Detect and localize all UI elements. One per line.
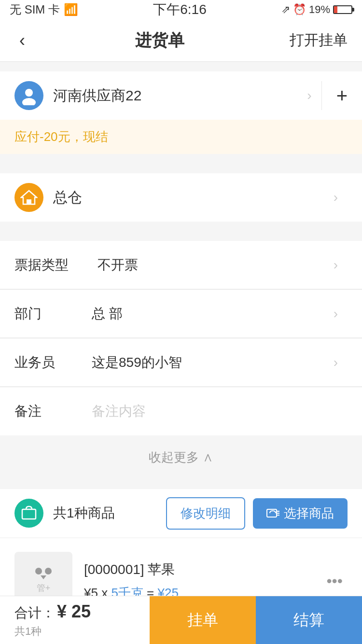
info-banner: 应付-20元，现结 (0, 120, 362, 154)
back-button[interactable]: ‹ (14, 26, 30, 56)
status-time: 下午6:16 (153, 0, 207, 19)
product-title: 苹果 (148, 562, 175, 577)
warehouse-icon (14, 183, 43, 212)
total-amount: ¥ 25 (57, 602, 91, 622)
remark-label: 备注 (14, 402, 63, 420)
owl-beak (41, 575, 46, 579)
open-hang-button[interactable]: 打开挂单 (290, 30, 348, 50)
logo-text: 管+ (37, 582, 51, 594)
product-name: [0000001] 苹果 (84, 560, 321, 579)
divider-2 (0, 222, 362, 231)
remark-placeholder[interactable]: 备注内容 (63, 402, 348, 420)
item-count: 共1种 (14, 624, 135, 639)
product-header: 共1种商品 修改明细 选择商品 (0, 489, 362, 537)
ticket-type-value: 不开票 (69, 256, 334, 274)
product-info: [0000001] 苹果 ¥5 x 5千克 = ¥25 (84, 560, 321, 602)
svg-point-0 (25, 89, 33, 97)
ticket-type-chevron-icon: › (334, 257, 338, 273)
cart-icon (20, 504, 38, 522)
status-carrier: 无 SIM 卡 📶 (10, 2, 78, 17)
salesman-label: 业务员 (14, 353, 63, 372)
department-label: 部门 (14, 305, 63, 323)
svg-rect-3 (27, 199, 31, 204)
warehouse-name: 总仓 (53, 188, 334, 208)
supplier-section[interactable]: 河南供应商22 › + (0, 71, 362, 120)
supplier-divider (321, 81, 322, 110)
footer-total: 合计： ¥ 25 共1种 (0, 596, 150, 644)
collapse-button[interactable]: 收起更多 ∧ (0, 435, 362, 479)
department-value: 总 部 (63, 305, 334, 323)
salesman-row[interactable]: 业务员 这是859的小智 › (0, 338, 362, 387)
supplier-name: 河南供应商22 (53, 86, 307, 106)
alarm-icon: ⏰ (293, 3, 306, 16)
location-icon: ⇗ (281, 3, 290, 16)
supplier-avatar (14, 81, 43, 110)
product-count-label: 共1种商品 (53, 504, 166, 522)
settle-button[interactable]: 结算 (256, 596, 362, 644)
product-id: [0000001] (84, 562, 144, 577)
department-row[interactable]: 部门 总 部 › (0, 290, 362, 338)
top-divider (0, 62, 362, 71)
ticket-type-row[interactable]: 票据类型 不开票 › (0, 241, 362, 289)
product-more-button[interactable]: ••• (321, 567, 348, 595)
add-supplier-button[interactable]: + (336, 85, 348, 107)
user-icon (19, 86, 39, 105)
battery-fill (334, 6, 337, 13)
department-chevron-icon: › (334, 306, 338, 322)
edit-detail-button[interactable]: 修改明细 (166, 497, 245, 530)
salesman-chevron-icon: › (334, 355, 338, 370)
ticket-type-label: 票据类型 (14, 256, 69, 274)
nav-bar: ‹ 进货单 打开挂单 (0, 19, 362, 62)
owl-eye-right (45, 568, 52, 574)
owl-eyes (35, 568, 52, 574)
divider-1 (0, 154, 362, 164)
battery-label: 19% (309, 3, 330, 16)
select-product-icon (266, 507, 280, 519)
supplier-chevron-icon: › (307, 88, 311, 103)
select-product-label: 选择商品 (284, 505, 334, 522)
carrier-label: 无 SIM 卡 (10, 2, 60, 17)
owl-eye-left (35, 568, 42, 574)
warehouse-row[interactable]: 总仓 › (0, 173, 362, 222)
svg-rect-4 (22, 509, 36, 519)
page-title: 进货单 (135, 29, 184, 52)
hang-button[interactable]: 挂单 (150, 596, 256, 644)
svg-point-1 (22, 98, 36, 105)
total-label: 合计： (14, 604, 55, 622)
footer: 合计： ¥ 25 共1种 挂单 结算 (0, 596, 362, 644)
remark-row[interactable]: 备注 备注内容 (0, 387, 362, 435)
warehouse-chevron-icon: › (334, 190, 338, 205)
main-content: 河南供应商22 › + 应付-20元，现结 总仓 › 票据类型 不开票 › 部门… (0, 62, 362, 644)
product-icon (14, 499, 43, 528)
status-right: ⇗ ⏰ 19% (281, 3, 352, 16)
select-product-button[interactable]: 选择商品 (253, 498, 348, 529)
form-section: 票据类型 不开票 › 部门 总 部 › 业务员 这是859的小智 › 备注 备注… (0, 241, 362, 435)
battery-icon (333, 5, 352, 14)
wifi-icon: 📶 (64, 3, 78, 16)
salesman-value: 这是859的小智 (63, 353, 334, 372)
home-icon (20, 189, 38, 206)
status-bar: 无 SIM 卡 📶 下午6:16 ⇗ ⏰ 19% (0, 0, 362, 19)
owl-logo: 管+ (35, 568, 52, 594)
